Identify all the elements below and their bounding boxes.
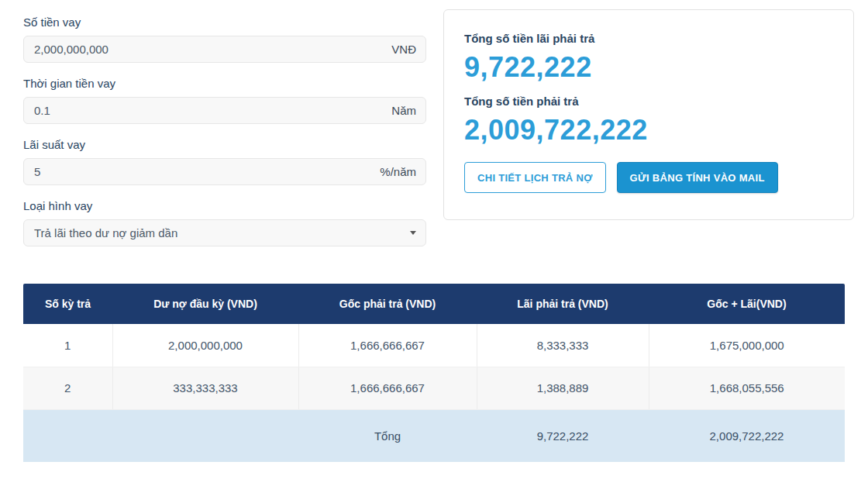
cell-principal-due: 1,666,666,667: [298, 324, 477, 367]
total-interest-label: Tổng số tiền lãi phải trả: [464, 32, 833, 45]
loan-amount-label: Số tiền vay: [23, 16, 426, 29]
header-principal-due: Gốc phải trả (VND): [298, 284, 477, 324]
footer-total-label: Tổng: [298, 409, 477, 462]
summary-card: Tổng số tiền lãi phải trả 9,722,222 Tổng…: [443, 9, 854, 220]
footer-empty-cell: [112, 409, 298, 462]
header-period: Số kỳ trả: [23, 284, 112, 324]
footer-total-payment: 2,009,722,222: [649, 409, 845, 462]
total-interest-value: 9,722,222: [464, 51, 833, 84]
header-opening-balance: Dư nợ đầu kỳ (VND): [112, 284, 298, 324]
interest-rate-input[interactable]: [23, 158, 426, 185]
loan-type-label: Loại hình vay: [23, 199, 426, 212]
footer-empty-cell: [23, 409, 112, 462]
header-interest-due: Lãi phải trả (VND): [477, 284, 649, 324]
table-row: 2 333,333,333 1,666,666,667 1,388,889 1,…: [23, 367, 845, 409]
amortization-table: Số kỳ trả Dư nợ đầu kỳ (VND) Gốc phải tr…: [23, 284, 845, 462]
loan-form: Số tiền vay VNĐ Thời gian tiền vay Năm L…: [23, 9, 426, 260]
cell-principal-plus-interest: 1,675,000,000: [649, 324, 845, 367]
header-principal-plus-interest: Gốc + Lãi(VND): [649, 284, 845, 324]
loan-type-selected-value: Trả lãi theo dư nợ giảm dần: [34, 226, 177, 239]
send-mail-button[interactable]: GỬI BẢNG TÍNH VÀO MAIL: [617, 162, 778, 193]
cell-opening-balance: 2,000,000,000: [112, 324, 298, 367]
loan-duration-input[interactable]: [23, 97, 426, 124]
cell-period: 1: [23, 324, 112, 367]
footer-total-interest: 9,722,222: [477, 409, 649, 462]
interest-rate-label: Lãi suất vay: [23, 138, 426, 151]
table-footer-row: Tổng 9,722,222 2,009,722,222: [23, 409, 845, 462]
loan-amount-input[interactable]: [23, 36, 426, 63]
cell-principal-due: 1,666,666,667: [298, 367, 477, 409]
chevron-down-icon: [410, 231, 416, 235]
cell-interest-due: 1,388,889: [477, 367, 649, 409]
loan-duration-label: Thời gian tiền vay: [23, 77, 426, 90]
loan-type-select[interactable]: Trả lãi theo dư nợ giảm dần: [23, 219, 426, 246]
total-payment-value: 2,009,722,222: [464, 114, 833, 146]
loan-calculator-page: Số tiền vay VNĐ Thời gian tiền vay Năm L…: [0, 0, 868, 479]
table-header-row: Số kỳ trả Dư nợ đầu kỳ (VND) Gốc phải tr…: [23, 284, 845, 324]
cell-opening-balance: 333,333,333: [112, 367, 298, 409]
cell-period: 2: [23, 367, 112, 409]
table-row: 1 2,000,000,000 1,666,666,667 8,333,333 …: [23, 324, 845, 367]
cell-principal-plus-interest: 1,668,055,556: [649, 367, 845, 409]
schedule-detail-button[interactable]: CHI TIẾT LỊCH TRẢ NỢ: [464, 162, 606, 193]
cell-interest-due: 8,333,333: [477, 324, 649, 367]
total-payment-label: Tổng số tiền phải trả: [464, 95, 833, 108]
